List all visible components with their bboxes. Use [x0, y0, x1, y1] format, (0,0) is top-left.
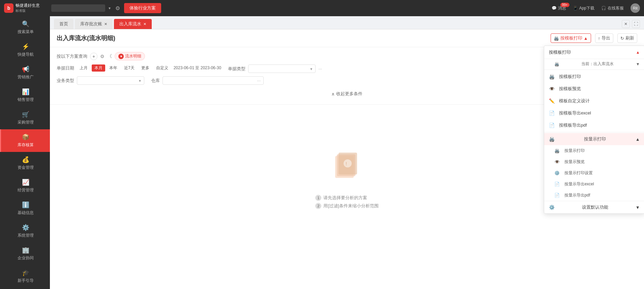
- instruction-2-text: 用[过滤]条件来缩小分析范围: [323, 203, 378, 209]
- page-header: 出入库流水(流水明细) 🖨️ 按模板打印 ▲ 按模板打印 ▲: [50, 29, 644, 47]
- sidebar-item-app-center[interactable]: 🔧 应用中心: [0, 288, 50, 289]
- date-filter-group: 单据日期 上月 本月 本年 近7天 更多 自定义 2023-06-01 至 20…: [57, 64, 221, 72]
- date-opt-custom[interactable]: 自定义: [153, 64, 171, 72]
- display-print-section[interactable]: 🖨️ 按显示打印 ▲: [544, 133, 644, 145]
- dropdown-display-print-settings[interactable]: ⚙️ 按显示打印设置: [544, 167, 644, 179]
- tab-in-out-flow-label: 出入库流水: [119, 21, 141, 27]
- doc-type-more-icon[interactable]: ···: [318, 66, 322, 71]
- message-item[interactable]: 💬 消息 99+: [552, 5, 566, 11]
- sidebar-item-inventory[interactable]: 📦 库存核算: [0, 129, 50, 152]
- template-export-excel-icon: 📄: [549, 110, 556, 116]
- empty-icon: !: [330, 149, 364, 189]
- sidebar-item-marketing[interactable]: 📢 营销推广: [0, 61, 50, 84]
- app-download-label: App下载: [579, 5, 594, 11]
- doc-type-filter-group: 单据类型 ···: [228, 64, 322, 73]
- sidebar-item-quick-nav[interactable]: ⚡ 快捷导航: [0, 39, 50, 61]
- step-2-circle: 2: [315, 203, 321, 209]
- section-collapse-icon: ▲: [636, 137, 640, 142]
- tab-in-out-flow-close[interactable]: ✕: [143, 22, 146, 26]
- dropdown-display-export-excel[interactable]: 📄 按显示导出excel: [544, 179, 644, 190]
- display-print-section-icon: 🖨️: [549, 136, 555, 142]
- basic-info-icon: ℹ️: [22, 201, 29, 209]
- dropdown-current-item: 🖨️ 当前：出入库流水 ▼: [544, 59, 644, 69]
- doc-type-select[interactable]: [248, 64, 316, 73]
- date-range-display: 2023-06-01 至 2023-06-30: [174, 65, 221, 71]
- export-btn[interactable]: ↑ 导出: [595, 33, 614, 43]
- display-preview-label: 按显示预览: [564, 159, 585, 165]
- tab-home[interactable]: 首页: [54, 19, 74, 29]
- quick-nav-icon: ⚡: [22, 43, 29, 50]
- date-opt-last-month[interactable]: 上月: [77, 64, 90, 72]
- header-gear-button[interactable]: ⚙: [114, 4, 121, 13]
- sidebar-item-label: 搜索菜单: [18, 29, 34, 35]
- system-icon: ⚙️: [22, 224, 29, 231]
- template-custom-label: 模板自定义设计: [559, 98, 590, 104]
- sidebar-item-search-menu[interactable]: 🔍 搜索菜单: [0, 16, 50, 39]
- chevron-down-icon[interactable]: ▼: [108, 6, 111, 10]
- filter-collapse-button[interactable]: 《: [107, 53, 112, 59]
- refresh-btn[interactable]: ↻ 刷新: [617, 33, 637, 43]
- header-search-input[interactable]: [51, 4, 105, 12]
- sidebar-item-label: 新手引导: [18, 278, 34, 284]
- dropdown-template-export-pdf[interactable]: 📄 按模板导出pdf: [544, 119, 644, 131]
- display-print-settings-label: 按显示打印设置: [564, 170, 593, 176]
- online-service-item[interactable]: 🎧 在线客服: [601, 5, 624, 11]
- print-template-btn[interactable]: 🖨️ 按模板打印 ▲ 按模板打印 ▲ 🖨️: [551, 33, 591, 43]
- business-type-select-wrapper: [77, 76, 144, 85]
- dropdown-display-export-pdf[interactable]: 📄 按显示导出pdf: [544, 190, 644, 201]
- sidebar-item-label: 营销推广: [18, 74, 34, 80]
- tab-close-btn[interactable]: ✕: [622, 20, 630, 28]
- tab-in-out-flow[interactable]: 出入库流水 ✕: [114, 19, 152, 29]
- sidebar-item-operations[interactable]: 📈 经营管理: [0, 175, 50, 197]
- operations-icon: 📈: [22, 179, 29, 186]
- tab-maximize-btn[interactable]: ⛶: [632, 20, 640, 28]
- date-opt-this-month[interactable]: 本月: [92, 64, 105, 72]
- user-avatar-area[interactable]: Rit: [631, 3, 640, 13]
- current-template-label: 当前：出入库流水: [581, 61, 614, 67]
- dropdown-template-preview[interactable]: 👁️ 按模板预览: [544, 83, 644, 95]
- dropdown-template-print[interactable]: 🖨️ 按模板打印: [544, 71, 644, 83]
- date-options: 上月 本月 本年 近7天 更多 自定义: [77, 64, 171, 72]
- warehouse-field[interactable]: ···: [163, 76, 264, 85]
- filter-label: 按以下方案查询: [57, 53, 87, 59]
- date-opt-more[interactable]: 更多: [139, 64, 152, 72]
- sidebar-item-finance[interactable]: 💰 资金管理: [0, 152, 50, 175]
- sidebar-item-system[interactable]: ⚙️ 系统管理: [0, 220, 50, 242]
- dropdown-header: 按模板打印 ▲: [544, 46, 644, 59]
- sidebar-item-label: 基础信息: [18, 210, 34, 216]
- instruction-2: 2 用[过滤]条件来缩小分析范围: [315, 203, 378, 209]
- business-type-select[interactable]: [77, 76, 144, 85]
- svg-text:!: !: [346, 161, 347, 166]
- filter-add-button[interactable]: +: [90, 53, 97, 60]
- warehouse-more-icon[interactable]: ···: [257, 78, 261, 83]
- dropdown-display-preview[interactable]: 👁️ 按显示预览: [544, 156, 644, 167]
- date-opt-7days[interactable]: 近7天: [121, 64, 137, 72]
- tab-inventory-batch-close[interactable]: ✕: [104, 22, 107, 26]
- sidebar-item-purchase[interactable]: 🛒 采购管理: [0, 107, 50, 129]
- dropdown-template-custom[interactable]: ✏️ 模板自定义设计: [544, 95, 644, 107]
- dropdown-template-export-excel[interactable]: 📄 按模板导出excel: [544, 107, 644, 119]
- filter-settings-button[interactable]: ⚙: [100, 54, 105, 59]
- refresh-icon: ↻: [620, 36, 624, 41]
- sidebar-item-newbie[interactable]: 🎓 新手引导: [0, 265, 50, 288]
- dropdown-footer[interactable]: ⚙️ 设置默认功能 ▼: [544, 201, 644, 213]
- logo-icon: b: [4, 3, 13, 13]
- doc-type-select-wrapper: [248, 64, 316, 73]
- marketing-icon: 📢: [22, 65, 29, 73]
- tab-inventory-batch[interactable]: 库存批次账 ✕: [75, 19, 113, 29]
- sidebar-item-sales[interactable]: 📊 销售管理: [0, 84, 50, 107]
- instruction-1-text: 请先选择要分析的方案: [323, 195, 367, 201]
- logo-text: 畅捷通好生意: [16, 3, 40, 8]
- collapse-button[interactable]: ∧ 收起更多条件: [331, 91, 362, 97]
- sidebar-item-basic-info[interactable]: ℹ️ 基础信息: [0, 197, 50, 220]
- display-export-excel-label: 按显示导出excel: [564, 181, 594, 187]
- default-settings-label: 设置默认功能: [582, 204, 608, 210]
- trial-button[interactable]: 体验行业方案: [124, 3, 161, 13]
- default-settings-icon: ⚙️: [549, 205, 555, 210]
- dropdown-display-print[interactable]: 🖨️ 按显示打印: [544, 145, 644, 156]
- app-download-item[interactable]: 📱 App下载: [573, 5, 594, 11]
- current-template-arrow: ▼: [636, 62, 640, 67]
- sidebar-item-label: 经营管理: [18, 187, 34, 193]
- date-opt-this-year[interactable]: 本年: [107, 64, 120, 72]
- sidebar-item-enterprise[interactable]: 🏢 企业协同: [0, 242, 50, 265]
